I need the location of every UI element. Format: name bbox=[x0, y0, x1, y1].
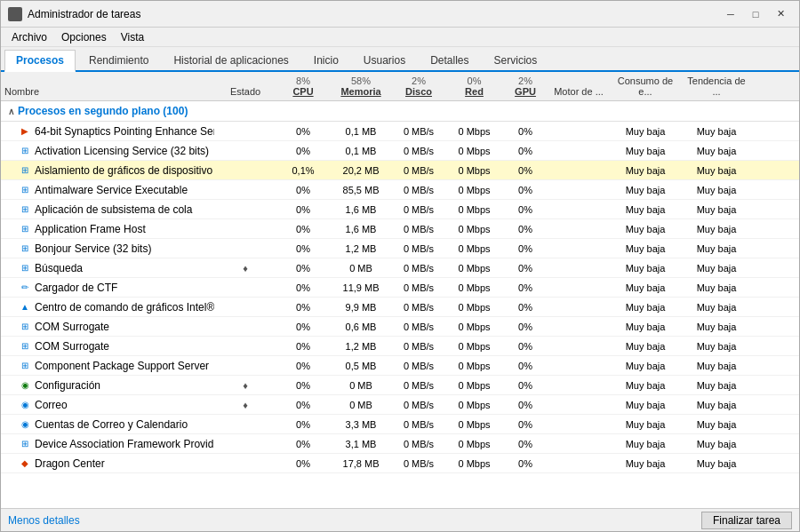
table-row[interactable]: ⊞ Aplicación de subsistema de cola 0% 1,… bbox=[1, 200, 799, 219]
process-icon: ▲ bbox=[19, 301, 31, 314]
process-icon: ⊞ bbox=[19, 438, 31, 450]
process-tendencia: Muy baja bbox=[681, 302, 752, 313]
process-disk: 0 MB/s bbox=[392, 146, 445, 156]
process-tendencia: Muy baja bbox=[681, 439, 752, 449]
col-header-mem[interactable]: 58% Memoria bbox=[330, 74, 392, 99]
process-mem: 3,1 MB bbox=[330, 439, 392, 449]
table-row[interactable]: ⊞ Device Association Framework Provider … bbox=[1, 434, 799, 454]
maximize-button[interactable]: □ bbox=[744, 4, 767, 24]
process-cpu: 0% bbox=[276, 439, 330, 449]
table-row[interactable]: ⊞ COM Surrogate 0% 1,2 MB 0 MB/s 0 Mbps … bbox=[1, 337, 799, 356]
menos-detalles-link[interactable]: Menos detalles bbox=[8, 514, 80, 527]
table-row[interactable]: ⊞ Bonjour Service (32 bits) 0% 1,2 MB 0 … bbox=[1, 239, 799, 258]
table-row[interactable]: ⊞ Aislamiento de gráficos de dispositivo… bbox=[1, 161, 799, 180]
process-gpu: 0% bbox=[503, 146, 548, 156]
menu-bar: Archivo Opciones Vista bbox=[1, 28, 799, 47]
col-header-cpu[interactable]: 8% CPU bbox=[276, 74, 330, 99]
process-cpu: 0% bbox=[276, 341, 330, 352]
process-icon: ⊞ bbox=[19, 242, 31, 255]
process-disk: 0 MB/s bbox=[392, 458, 445, 469]
table-row[interactable]: ◉ Cuentas de Correo y Calendario 0% 3,3 … bbox=[1, 415, 799, 434]
process-consumo: Muy baja bbox=[610, 361, 681, 371]
process-name: ⊞ Application Frame Host bbox=[1, 223, 214, 235]
process-name: ◉ Correo bbox=[1, 399, 214, 411]
process-net: 0 Mbps bbox=[445, 185, 503, 195]
table-row[interactable]: ◉ Configuración ♦ 0% 0 MB 0 MB/s 0 Mbps … bbox=[1, 376, 799, 395]
table-row[interactable]: ▶ 64-bit Synaptics Pointing Enhance Serv… bbox=[1, 122, 799, 141]
table-row[interactable]: ◆ Dragon Center 0% 17,8 MB 0 MB/s 0 Mbps… bbox=[1, 454, 799, 473]
process-name: ⊞ Component Package Support Server bbox=[1, 360, 214, 372]
process-cpu: 0% bbox=[276, 126, 330, 137]
process-icon: ⊞ bbox=[19, 321, 31, 333]
tab-rendimiento[interactable]: Rendimiento bbox=[77, 50, 160, 70]
process-cpu: 0% bbox=[276, 282, 330, 293]
process-name: ▲ Centro de comando de gráficos Intel® (… bbox=[1, 301, 214, 314]
process-icon: ⊞ bbox=[19, 262, 31, 274]
table-row[interactable]: ▲ Centro de comando de gráficos Intel® (… bbox=[1, 298, 799, 317]
process-disk: 0 MB/s bbox=[392, 224, 445, 234]
process-consumo: Muy baja bbox=[610, 224, 681, 234]
finalizar-tarea-button[interactable]: Finalizar tarea bbox=[701, 512, 792, 529]
process-consumo: Muy baja bbox=[610, 165, 681, 176]
col-header-estado[interactable]: Estado bbox=[214, 84, 276, 99]
col-header-consumo[interactable]: Consumo de e... bbox=[610, 74, 681, 99]
col-header-disk[interactable]: 2% Disco bbox=[392, 74, 445, 99]
tab-usuarios[interactable]: Usuarios bbox=[352, 50, 417, 70]
process-cpu: 0% bbox=[276, 322, 330, 332]
process-name: ⊞ Antimalware Service Executable bbox=[1, 184, 214, 196]
process-disk: 0 MB/s bbox=[392, 165, 445, 176]
table-row[interactable]: ⊞ Activation Licensing Service (32 bits)… bbox=[1, 141, 799, 161]
process-disk: 0 MB/s bbox=[392, 243, 445, 254]
menu-archivo[interactable]: Archivo bbox=[4, 29, 54, 45]
col-header-motor[interactable]: Motor de ... bbox=[548, 84, 610, 99]
chevron-up-icon: ∧ bbox=[8, 107, 14, 116]
close-button[interactable]: ✕ bbox=[769, 4, 792, 24]
table-row[interactable]: ⊞ COM Surrogate 0% 0,6 MB 0 MB/s 0 Mbps … bbox=[1, 317, 799, 337]
process-tendencia: Muy baja bbox=[681, 322, 752, 332]
process-gpu: 0% bbox=[503, 439, 548, 449]
process-net: 0 Mbps bbox=[445, 458, 503, 469]
tab-inicio[interactable]: Inicio bbox=[302, 50, 350, 70]
process-disk: 0 MB/s bbox=[392, 185, 445, 195]
process-net: 0 Mbps bbox=[445, 361, 503, 371]
process-net: 0 Mbps bbox=[445, 341, 503, 352]
status-bar: Menos detalles Finalizar tarea bbox=[1, 508, 799, 531]
process-name: ⊞ Bonjour Service (32 bits) bbox=[1, 242, 214, 255]
process-tendencia: Muy baja bbox=[681, 263, 752, 274]
table-row[interactable]: ⊞ Búsqueda ♦ 0% 0 MB 0 MB/s 0 Mbps 0% Mu… bbox=[1, 258, 799, 278]
table-row[interactable]: ✏ Cargador de CTF 0% 11,9 MB 0 MB/s 0 Mb… bbox=[1, 278, 799, 298]
tab-servicios[interactable]: Servicios bbox=[483, 50, 549, 70]
process-list-scroll[interactable]: ∧ Procesos en segundo plano (100) ▶ 64-b… bbox=[1, 101, 799, 508]
process-tendencia: Muy baja bbox=[681, 243, 752, 254]
process-disk: 0 MB/s bbox=[392, 419, 445, 430]
menu-vista[interactable]: Vista bbox=[114, 29, 151, 45]
menu-opciones[interactable]: Opciones bbox=[54, 29, 114, 45]
task-manager-window: Administrador de tareas ─ □ ✕ Archivo Op… bbox=[0, 0, 800, 532]
process-tendencia: Muy baja bbox=[681, 419, 752, 430]
process-disk: 0 MB/s bbox=[392, 282, 445, 293]
process-mem: 3,3 MB bbox=[330, 419, 392, 430]
table-row[interactable]: ⊞ Application Frame Host 0% 1,6 MB 0 MB/… bbox=[1, 219, 799, 239]
process-name: ⊞ COM Surrogate bbox=[1, 340, 214, 353]
process-consumo: Muy baja bbox=[610, 400, 681, 410]
col-header-name[interactable]: Nombre bbox=[1, 84, 214, 99]
col-header-gpu[interactable]: 2% GPU bbox=[503, 74, 548, 99]
process-tendencia: Muy baja bbox=[681, 146, 752, 156]
process-disk: 0 MB/s bbox=[392, 439, 445, 449]
col-header-tendencia[interactable]: Tendencia de ... bbox=[681, 74, 752, 99]
minimize-button[interactable]: ─ bbox=[719, 4, 742, 24]
table-row[interactable]: ⊞ Component Package Support Server 0% 0,… bbox=[1, 356, 799, 376]
col-header-net[interactable]: 0% Red bbox=[445, 74, 503, 99]
tab-detalles[interactable]: Detalles bbox=[419, 50, 480, 70]
process-cpu: 0% bbox=[276, 458, 330, 469]
process-name: ▶ 64-bit Synaptics Pointing Enhance Serv… bbox=[1, 125, 214, 138]
process-name: ⊞ Device Association Framework Provider … bbox=[1, 438, 214, 450]
process-estado: ♦ bbox=[214, 263, 276, 274]
process-mem: 17,8 MB bbox=[330, 458, 392, 469]
process-mem: 0 MB bbox=[330, 400, 392, 410]
table-row[interactable]: ⊞ Antimalware Service Executable 0% 85,5… bbox=[1, 180, 799, 200]
tab-procesos[interactable]: Procesos bbox=[4, 50, 76, 72]
process-gpu: 0% bbox=[503, 224, 548, 234]
tab-historial[interactable]: Historial de aplicaciones bbox=[162, 50, 300, 70]
table-row[interactable]: ◉ Correo ♦ 0% 0 MB 0 MB/s 0 Mbps 0% Muy … bbox=[1, 395, 799, 415]
